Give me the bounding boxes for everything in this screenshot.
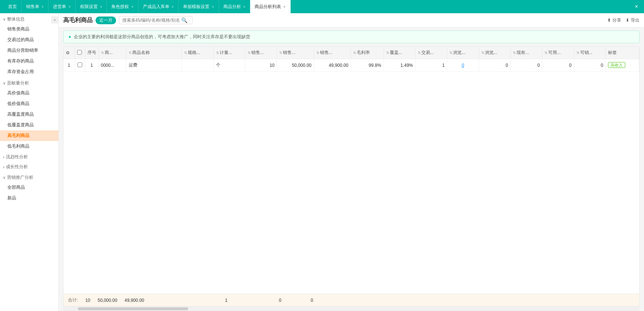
close-all-button[interactable]: × bbox=[632, 3, 641, 10]
td-sales-qty: 10 bbox=[245, 59, 277, 72]
footer-sales-amount: 50,000.00 bbox=[98, 298, 117, 303]
nav-tab-home[interactable]: 首页 bbox=[3, 0, 22, 13]
sidebar-group-overall[interactable]: ∨ 整体信息 bbox=[0, 13, 58, 24]
sidebar-item-high-coverage[interactable]: 高覆盖度商品 bbox=[0, 109, 58, 120]
th-sales-profit: ⇅销售... bbox=[314, 47, 351, 59]
td-code: 0000... bbox=[98, 59, 126, 72]
header-actions: ⬆ 分享 ⬇ 导出 bbox=[607, 17, 640, 23]
chevron-down-icon: ∨ bbox=[3, 176, 6, 180]
sidebar-item-traded-goods[interactable]: 交易过的商品 bbox=[0, 35, 58, 45]
footer-transactions: 1 bbox=[225, 298, 227, 303]
footer-label: 合计: bbox=[68, 297, 78, 303]
data-table-wrapper: ⚙ 序号 ⇅商... ⇅商品名称 ⇅规格... ⇅计量... ⇅销售... ⇅销… bbox=[63, 46, 640, 294]
th-available: ⇅可用... bbox=[542, 47, 574, 59]
td-checkbox[interactable] bbox=[75, 59, 85, 72]
th-unit: ⇅计量... bbox=[213, 47, 245, 59]
td-unit: 个 bbox=[213, 59, 245, 72]
table-row: 1 1 0000... 运费 个 10 50,000.00 49,900.00 … bbox=[64, 59, 639, 72]
sidebar-item-high-margin[interactable]: 高毛利商品 bbox=[0, 130, 58, 141]
sidebar-item-low-value[interactable]: 低价值商品 bbox=[0, 98, 58, 109]
nav-tab-permission[interactable]: 权限设置 × bbox=[76, 0, 107, 13]
data-table: ⚙ 序号 ⇅商... ⇅商品名称 ⇅规格... ⇅计量... ⇅销售... ⇅销… bbox=[64, 47, 639, 72]
sidebar-item-stock-capital[interactable]: 库存资金占用 bbox=[0, 66, 58, 77]
nav-tab-role[interactable]: 角色授权 × bbox=[107, 0, 138, 13]
th-current-stock: ⇅现有... bbox=[511, 47, 542, 59]
share-icon: ⬆ bbox=[607, 18, 611, 23]
nav-tab-product-inbound[interactable]: 产成品入库单 × bbox=[138, 0, 179, 13]
close-icon[interactable]: × bbox=[243, 4, 245, 9]
content-header: 高毛利商品 近一月 🔍 ⬆ 分享 ⬇ 导出 bbox=[59, 13, 644, 28]
th-sellable: ⇅可销... bbox=[574, 47, 605, 59]
td-sales-profit: 49,900.00 bbox=[314, 59, 351, 72]
export-icon: ⬇ bbox=[626, 18, 629, 23]
sidebar-item-sales-goods[interactable]: 销售类商品 bbox=[0, 24, 58, 35]
td-sellable: 0 bbox=[574, 59, 605, 72]
nav-tab-product-analysis[interactable]: 商品分析 × bbox=[219, 0, 250, 13]
search-icon[interactable]: 🔍 bbox=[181, 17, 187, 23]
scrollbar-thumb[interactable] bbox=[78, 307, 188, 310]
th-sales-amount: ⇅销售... bbox=[277, 47, 314, 59]
browse1-link[interactable]: 0 bbox=[462, 63, 464, 68]
export-button[interactable]: ⬇ 导出 bbox=[626, 17, 640, 23]
td-index: 1 bbox=[85, 59, 98, 72]
chevron-down-icon: ∨ bbox=[3, 81, 6, 85]
horizontal-scrollbar[interactable] bbox=[63, 307, 640, 311]
th-sales-qty: ⇅销售... bbox=[245, 47, 277, 59]
nav-tab-sales[interactable]: 销售单 × bbox=[22, 0, 48, 13]
sidebar-item-low-margin[interactable]: 低毛利商品 bbox=[0, 141, 58, 152]
sidebar-item-all-goods[interactable]: 全部商品 bbox=[0, 182, 58, 193]
close-icon[interactable]: × bbox=[212, 4, 214, 9]
nav-tab-template[interactable]: 单据模板设置 × bbox=[179, 0, 219, 13]
th-transactions: ⇅交易... bbox=[415, 47, 447, 59]
content-area: 高毛利商品 近一月 🔍 ⬆ 分享 ⬇ 导出 ✦ 企业的主要的利润都是这部分商品创… bbox=[59, 13, 644, 311]
td-sales-amount: 50,000.00 bbox=[277, 59, 314, 72]
close-icon[interactable]: × bbox=[42, 4, 44, 9]
footer-sellable: 0 bbox=[311, 298, 313, 303]
footer-sales-profit: 49,900.00 bbox=[125, 298, 144, 303]
td-gross-rate: 99.8% bbox=[351, 59, 384, 72]
nav-tab-purchase[interactable]: 进货单 × bbox=[48, 0, 75, 13]
chevron-right-icon: › bbox=[3, 164, 4, 170]
footer-available: 0 bbox=[279, 298, 281, 303]
tag-badge: 高收入 bbox=[608, 62, 625, 68]
sidebar-group-contribution[interactable]: ∨ 贡献量分析 bbox=[0, 77, 58, 88]
th-coverage: ⇅覆盖... bbox=[384, 47, 415, 59]
td-browse1[interactable]: 0 bbox=[447, 59, 479, 72]
close-icon[interactable]: × bbox=[131, 4, 133, 9]
sidebar-item-low-coverage[interactable]: 低覆盖度商品 bbox=[0, 120, 58, 130]
chevron-right-icon: › bbox=[3, 155, 4, 160]
search-input[interactable] bbox=[122, 18, 181, 23]
close-icon[interactable]: × bbox=[283, 4, 285, 9]
td-spec bbox=[182, 59, 213, 72]
close-icon[interactable]: × bbox=[68, 4, 71, 9]
sidebar-item-in-stock[interactable]: 有库存的商品 bbox=[0, 56, 58, 66]
sidebar: « ∨ 整体信息 销售类商品 交易过的商品 商品分营助销率 有库存的商品 库存资… bbox=[0, 13, 59, 311]
td-browse2: 0 bbox=[479, 59, 510, 72]
sidebar-item-new-goods[interactable]: 新品 bbox=[0, 193, 58, 203]
sidebar-group-growth[interactable]: › 成长性分析 bbox=[0, 162, 58, 171]
th-checkbox[interactable] bbox=[75, 47, 85, 59]
nav-tab-product-analysis-list[interactable]: 商品分析列表 × bbox=[250, 0, 290, 13]
sidebar-group-trend[interactable]: › 流趋性分析 bbox=[0, 152, 58, 162]
filter-recent-month-button[interactable]: 近一月 bbox=[96, 17, 116, 24]
share-button[interactable]: ⬆ 分享 bbox=[607, 17, 621, 23]
table-footer: 合计: 10 50,000.00 49,900.00 1 0 0 bbox=[63, 294, 640, 307]
sidebar-collapse-button[interactable]: « bbox=[51, 16, 58, 23]
info-icon: ✦ bbox=[68, 35, 72, 40]
sidebar-group-marketing[interactable]: ∨ 营销推广分析 bbox=[0, 171, 58, 182]
th-browse1: ⇅浏览... bbox=[447, 47, 479, 59]
td-current-stock: 0 bbox=[511, 59, 542, 72]
main-layout: « ∨ 整体信息 销售类商品 交易过的商品 商品分营助销率 有库存的商品 库存资… bbox=[0, 13, 644, 311]
close-icon[interactable]: × bbox=[100, 4, 102, 9]
top-nav: 首页 销售单 × 进货单 × 权限设置 × 角色授权 × 产成品入库单 × 单据… bbox=[0, 0, 644, 13]
th-tag: 标签 bbox=[606, 47, 639, 59]
th-settings[interactable]: ⚙ bbox=[64, 47, 75, 59]
sidebar-item-sales-rate[interactable]: 商品分营助销率 bbox=[0, 45, 58, 56]
sidebar-item-high-value[interactable]: 高价值商品 bbox=[0, 88, 58, 98]
td-name: 运费 bbox=[126, 59, 181, 72]
td-transactions: 1 bbox=[415, 59, 447, 72]
select-all-checkbox[interactable] bbox=[77, 50, 82, 55]
row-checkbox[interactable] bbox=[78, 62, 82, 67]
th-name: ⇅商品名称 bbox=[126, 47, 181, 59]
close-icon[interactable]: × bbox=[172, 4, 174, 9]
